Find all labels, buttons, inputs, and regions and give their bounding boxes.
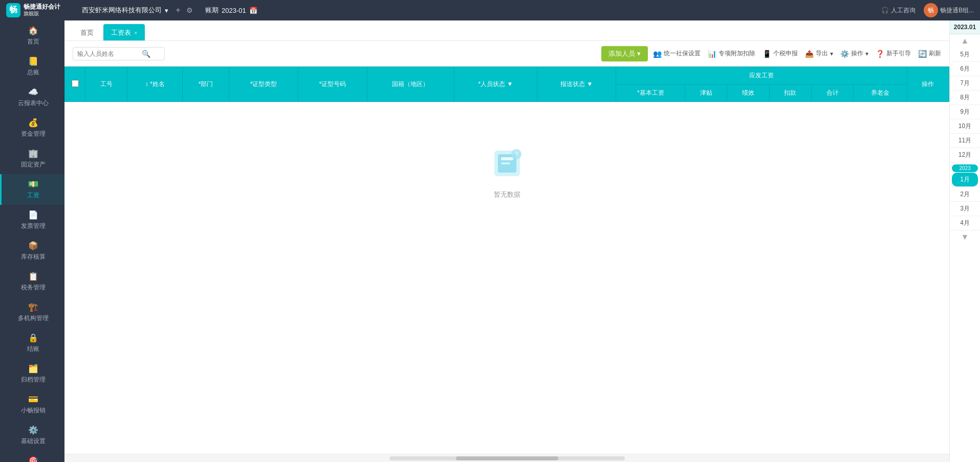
export-dropdown-icon: ▾: [830, 50, 833, 57]
horizontal-scrollbar-area: [64, 454, 949, 462]
month-item-prev-5月[interactable]: 5月: [950, 48, 980, 62]
multi-sidebar-icon: 🏗️: [28, 302, 38, 312]
sidebar-item-report[interactable]: ☁️ 云报表中心: [0, 82, 64, 113]
operations-button[interactable]: ⚙️ 操作 ▾: [840, 49, 868, 58]
period-value: 2023-01: [222, 7, 246, 14]
month-item-curr-3月[interactable]: 3月: [950, 202, 980, 216]
sidebar-item-multi[interactable]: 🏗️ 多机构管理: [0, 297, 64, 328]
empty-label: 暂无数据: [494, 190, 520, 199]
empty-state: ? 暂无数据: [64, 102, 949, 240]
month-item-prev-10月[interactable]: 10月: [950, 119, 980, 134]
export-label: 导出: [816, 49, 828, 58]
support-button[interactable]: 🎧 人工咨询: [881, 6, 916, 15]
sidebar-item-home[interactable]: 🏠 首页: [0, 20, 64, 51]
tab-home-label: 首页: [80, 28, 94, 37]
tab-home[interactable]: 首页: [73, 24, 101, 40]
th-salary-components: 应发工资: [616, 67, 907, 85]
th-checkbox[interactable]: [65, 67, 85, 102]
header-period: 账期 2023-01 📅: [205, 6, 257, 15]
sidebar-item-guide[interactable]: 🎯 新手引导: [0, 451, 64, 462]
add-person-label: 添加人员: [608, 49, 635, 58]
export-icon: 📤: [805, 50, 814, 58]
home-sidebar-label: 首页: [27, 37, 39, 46]
company-selector[interactable]: 西安虾米网络科技有限公司 ▾: [78, 4, 172, 17]
sidebar-item-inventory[interactable]: 📦 库存核算: [0, 236, 64, 266]
special-deduction-label: 专项附加扣除: [718, 49, 755, 58]
headset-icon: 🎧: [881, 7, 889, 14]
sidebar-item-archive[interactable]: 🗂️ 归档管理: [0, 359, 64, 389]
month-item-curr-1月[interactable]: 1月: [952, 173, 978, 187]
month-item-curr-2月[interactable]: 2月: [950, 187, 980, 202]
th-name[interactable]: ↕ *姓名: [127, 67, 183, 102]
personal-tax-label: 个税申报: [773, 49, 798, 58]
month-item-curr-4月[interactable]: 4月: [950, 216, 980, 230]
app-name: 畅捷通好会计: [24, 3, 60, 10]
archive-sidebar-label: 归档管理: [21, 375, 46, 384]
refresh-button[interactable]: 🔄 刷新: [918, 49, 941, 58]
search-icon: 🔍: [142, 50, 150, 58]
sidebar-item-ledger[interactable]: 📒 总账: [0, 51, 64, 82]
sidebar-item-close[interactable]: 🔒 结账: [0, 328, 64, 359]
tab-salary-table[interactable]: 工资表 ×: [103, 24, 145, 40]
search-box: 🔍: [73, 47, 165, 60]
th-id-number: *证型号码: [298, 67, 367, 102]
month-item-prev-9月[interactable]: 9月: [950, 105, 980, 119]
header-settings-button[interactable]: ⚙: [184, 5, 195, 16]
select-all-checkbox[interactable]: [72, 80, 79, 87]
th-report-status[interactable]: 报送状态 ▼: [537, 67, 616, 102]
th-department: *部门: [183, 67, 229, 102]
new-guide-button[interactable]: ❓ 新手引导: [876, 49, 911, 58]
sidebar-item-fund[interactable]: 💰 资金管理: [0, 113, 64, 143]
scrollbar-thumb[interactable]: [456, 456, 558, 460]
export-button[interactable]: 📤 导出 ▾: [805, 49, 833, 58]
tab-close-icon[interactable]: ×: [134, 30, 137, 36]
current-period-label: 2023.01: [954, 24, 976, 31]
sidebar-item-settings[interactable]: ⚙️ 基础设置: [0, 420, 64, 451]
panel-down-arrow[interactable]: ▼: [950, 230, 980, 244]
special-deduction-icon: 📊: [708, 50, 716, 58]
panel-up-arrow[interactable]: ▲: [950, 34, 980, 48]
th-status[interactable]: *人员状态 ▼: [454, 67, 537, 102]
search-input[interactable]: [77, 50, 139, 57]
th-performance: 绩效: [727, 85, 769, 102]
special-deduction-button[interactable]: 📊 专项附加扣除: [708, 49, 755, 58]
sidebar-item-salary[interactable]: 💵 工资: [0, 174, 64, 205]
logo-char: 畅: [9, 5, 17, 15]
new-guide-icon: ❓: [876, 50, 884, 58]
right-panel-header: 2023.01: [950, 20, 980, 34]
right-panel: 2023.01 ▲ 5月6月7月8月9月10月11月12月 2023 1月2月3…: [949, 20, 980, 462]
inventory-sidebar-label: 库存核算: [21, 253, 46, 261]
settings-sidebar-label: 基础设置: [21, 437, 46, 446]
asset-sidebar-icon: 🏢: [28, 149, 38, 158]
settings-sidebar-icon: ⚙️: [28, 425, 38, 435]
sidebar: 🏠 首页 📒 总账 ☁️ 云报表中心 💰 资金管理 🏢 固定资产 💵 工资 📄 …: [0, 20, 64, 462]
sidebar-item-expense[interactable]: 💳 小畅报销: [0, 389, 64, 420]
month-item-prev-8月[interactable]: 8月: [950, 91, 980, 105]
add-company-button[interactable]: +: [172, 5, 184, 16]
th-basic-salary: *基本工资: [616, 85, 685, 102]
social-insurance-button[interactable]: 👥 统一社保设置: [653, 49, 701, 58]
sidebar-item-asset[interactable]: 🏢 固定资产: [0, 143, 64, 174]
horizontal-scrollbar[interactable]: [389, 456, 625, 460]
month-item-prev-11月[interactable]: 11月: [950, 134, 980, 148]
operations-label: 操作: [851, 49, 863, 58]
add-person-button[interactable]: 添加人员 ▾: [601, 46, 648, 61]
user-profile[interactable]: 畅 畅捷通B组...: [924, 3, 974, 17]
content-area: 首页 工资表 × 🔍 添加人员 ▾ 👥 统一社保设置: [64, 20, 949, 462]
sidebar-item-invoice[interactable]: 📄 发票管理: [0, 205, 64, 236]
month-item-prev-12月[interactable]: 12月: [950, 148, 980, 162]
personal-tax-button[interactable]: 📱 个税申报: [763, 49, 798, 58]
sidebar-item-tax[interactable]: 📋 税务管理: [0, 266, 64, 297]
th-allowance: 津贴: [685, 85, 727, 102]
operations-icon: ⚙️: [840, 50, 849, 58]
tab-salary-label: 工资表: [111, 28, 131, 37]
support-label: 人工咨询: [891, 6, 916, 15]
calendar-icon[interactable]: 📅: [249, 7, 257, 14]
company-name: 西安虾米网络科技有限公司: [82, 6, 162, 15]
guide-sidebar-icon: 🎯: [28, 456, 38, 462]
month-item-prev-7月[interactable]: 7月: [950, 76, 980, 91]
refresh-label: 刷新: [929, 49, 941, 58]
month-item-prev-6月[interactable]: 6月: [950, 62, 980, 76]
user-label: 畅捷通B组...: [940, 6, 974, 15]
refresh-icon: 🔄: [918, 50, 927, 58]
